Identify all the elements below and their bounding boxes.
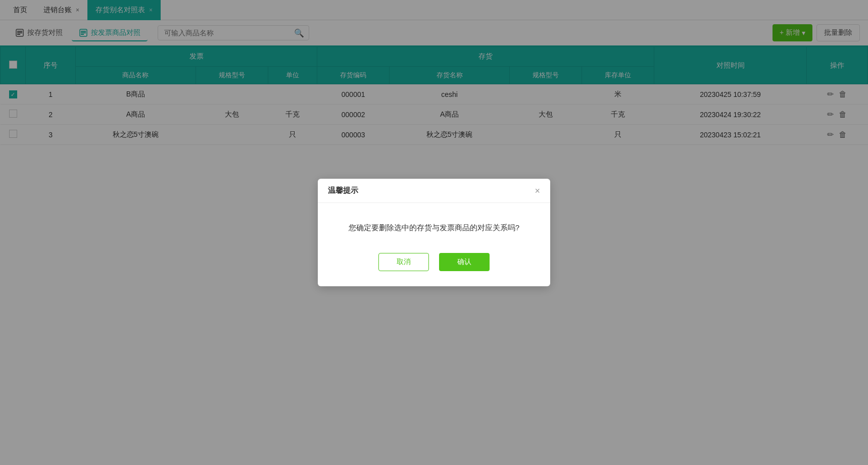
dialog-body: 您确定要删除选中的存货与发票商品的对应关系吗? [318,203,550,248]
dialog-message: 您确定要删除选中的存货与发票商品的对应关系吗? [349,223,519,232]
dialog-close-button[interactable]: × [535,186,540,195]
dialog-footer: 取消 确认 [318,248,550,286]
dialog-header: 温馨提示 × [318,179,550,203]
dialog-overlay: 温馨提示 × 您确定要删除选中的存货与发票商品的对应关系吗? 取消 确认 [0,0,868,465]
cancel-button[interactable]: 取消 [378,253,429,271]
confirm-button[interactable]: 确认 [439,253,490,271]
dialog: 温馨提示 × 您确定要删除选中的存货与发票商品的对应关系吗? 取消 确认 [318,179,550,286]
dialog-title: 温馨提示 [328,186,358,195]
